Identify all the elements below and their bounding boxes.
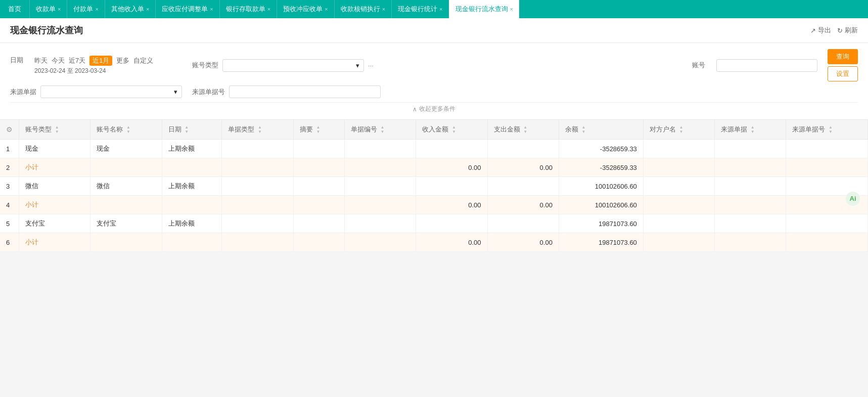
table-cell: 上期余额 [162, 140, 222, 158]
col-doc-no: 单据编号 ▲▼ [344, 120, 416, 140]
table-cell: 100102606.60 [559, 177, 643, 196]
table-cell: -3528659.33 [559, 140, 643, 158]
table-cell [416, 177, 487, 196]
table-cell [222, 140, 293, 158]
sort-icon[interactable]: ▲▼ [55, 125, 59, 134]
table-cell [222, 177, 293, 196]
nav-tab-0[interactable]: 收款单 × [29, 0, 67, 18]
nav-tab-8[interactable]: 现金银行流水查询 × [449, 0, 519, 18]
close-icon[interactable]: × [510, 6, 513, 12]
table-cell [162, 196, 222, 214]
table-cell: 19871073.60 [559, 214, 643, 233]
table-cell [344, 158, 416, 177]
table-cell: 小计 [19, 158, 90, 177]
account-type-select[interactable]: ▾ [222, 59, 364, 72]
date-shortcut-yesterday[interactable]: 昨天 [34, 56, 48, 65]
col-summary: 摘要 ▲▼ [293, 120, 344, 140]
close-icon[interactable]: × [58, 6, 61, 12]
table-cell [643, 177, 714, 196]
filter-row-date: 日期 昨天 今天 近7天 近1月 更多 自定义 2023-02-24 至 202… [10, 49, 858, 81]
gear-icon[interactable]: ⚙ [6, 125, 13, 134]
close-icon[interactable]: × [439, 6, 442, 12]
sort-icon[interactable]: ▲▼ [582, 125, 586, 134]
table-cell [222, 233, 293, 252]
table-cell: 0.00 [487, 158, 559, 177]
ai-button[interactable]: Ai [846, 192, 860, 206]
table-cell [293, 196, 344, 214]
sort-icon[interactable]: ▲▼ [316, 125, 320, 134]
sort-icon[interactable]: ▲▼ [679, 125, 683, 134]
nav-tab-4[interactable]: 银行存取款单 × [219, 0, 277, 18]
nav-tab-1[interactable]: 付款单 × [67, 0, 104, 18]
sort-icon[interactable]: ▲▼ [751, 125, 755, 134]
close-icon[interactable]: × [210, 6, 213, 12]
account-type-label: 账号类型 [192, 61, 218, 70]
sort-icon[interactable]: ▲▼ [381, 125, 385, 134]
table-cell: 支付宝 [90, 214, 162, 233]
sort-icon[interactable]: ▲▼ [829, 125, 833, 134]
query-button[interactable]: 查询 [828, 49, 858, 64]
date-shortcut-more[interactable]: 更多 [116, 56, 129, 65]
col-source-doc-no: 来源单据号 ▲▼ [786, 120, 868, 140]
table-body: 1现金现金上期余额-3528659.332小计0.000.00-3528659.… [0, 140, 868, 252]
sort-icon[interactable]: ▲▼ [452, 125, 456, 134]
table-cell: 4 [0, 196, 19, 214]
more-options-dots[interactable]: ··· [368, 62, 374, 69]
table-cell [487, 140, 559, 158]
table-row: 5支付宝支付宝上期余额19871073.60 [0, 214, 868, 233]
table-cell [416, 140, 487, 158]
account-label: 账号 [692, 61, 712, 70]
sort-icon[interactable]: ▲▼ [185, 125, 189, 134]
data-table: ⚙ 账号类型 ▲▼ 账号名称 ▲▼ 日期 ▲▼ 单据类型 ▲▼ [0, 120, 868, 252]
nav-tab-2[interactable]: 其他收入单 × [105, 0, 155, 18]
nav-tab-3[interactable]: 应收应付调整单 × [155, 0, 219, 18]
table-cell [643, 214, 714, 233]
page-title: 现金银行流水查询 [10, 24, 83, 36]
collapse-bar[interactable]: ∧ 收起更多条件 [10, 102, 858, 115]
filter-area: 日期 昨天 今天 近7天 近1月 更多 自定义 2023-02-24 至 202… [0, 43, 868, 120]
settings-button[interactable]: 设置 [828, 66, 858, 81]
table-cell [416, 214, 487, 233]
col-account-type: 账号类型 ▲▼ [19, 120, 90, 140]
sort-icon[interactable]: ▲▼ [126, 125, 130, 134]
refresh-button[interactable]: ↻ 刷新 [837, 26, 858, 35]
close-icon[interactable]: × [95, 6, 98, 12]
page-header: 现金银行流水查询 ↗ 导出 ↻ 刷新 Ai [0, 18, 868, 43]
table-cell: 微信 [19, 177, 90, 196]
col-account-name: 账号名称 ▲▼ [90, 120, 162, 140]
table-cell [715, 233, 786, 252]
table-row: 6小计0.000.0019871073.60 [0, 233, 868, 252]
date-shortcut-today[interactable]: 今天 [52, 56, 65, 65]
table-cell: 3 [0, 177, 19, 196]
table-cell [162, 233, 222, 252]
close-icon[interactable]: × [325, 6, 328, 12]
account-input[interactable] [716, 59, 817, 72]
sort-icon[interactable]: ▲▼ [523, 125, 527, 134]
sort-icon[interactable]: ▲▼ [258, 125, 262, 134]
table-cell [344, 196, 416, 214]
date-shortcut-1month[interactable]: 近1月 [89, 56, 112, 66]
close-icon[interactable]: × [146, 6, 149, 12]
nav-home[interactable]: 首页 [0, 0, 29, 18]
source-doc-no-label: 来源单据号 [192, 87, 225, 97]
table-row: 4小计0.000.00100102606.60 [0, 196, 868, 214]
nav-tab-5[interactable]: 预收冲应收单 × [277, 0, 334, 18]
date-shortcut-7days[interactable]: 近7天 [69, 56, 85, 65]
nav-tab-6[interactable]: 收款核销执行 × [334, 0, 391, 18]
close-icon[interactable]: × [267, 6, 270, 12]
nav-tab-7[interactable]: 现金银行统计 × [391, 0, 448, 18]
close-icon[interactable]: × [382, 6, 385, 12]
table-cell [162, 158, 222, 177]
table-cell [487, 177, 559, 196]
export-button[interactable]: ↗ 导出 [810, 26, 831, 35]
table-cell [715, 214, 786, 233]
table-cell: 1 [0, 140, 19, 158]
source-doc-no-input[interactable] [229, 85, 381, 98]
header-actions: ↗ 导出 ↻ 刷新 Ai [810, 26, 858, 35]
table-cell: 上期余额 [162, 177, 222, 196]
source-doc-select[interactable]: ▾ [40, 85, 182, 98]
table-cell [222, 158, 293, 177]
table-cell: 0.00 [487, 196, 559, 214]
top-nav: 首页 收款单 × 付款单 × 其他收入单 × 应收应付调整单 × 银行存取款单 … [0, 0, 868, 18]
date-shortcut-custom[interactable]: 自定义 [133, 56, 153, 65]
